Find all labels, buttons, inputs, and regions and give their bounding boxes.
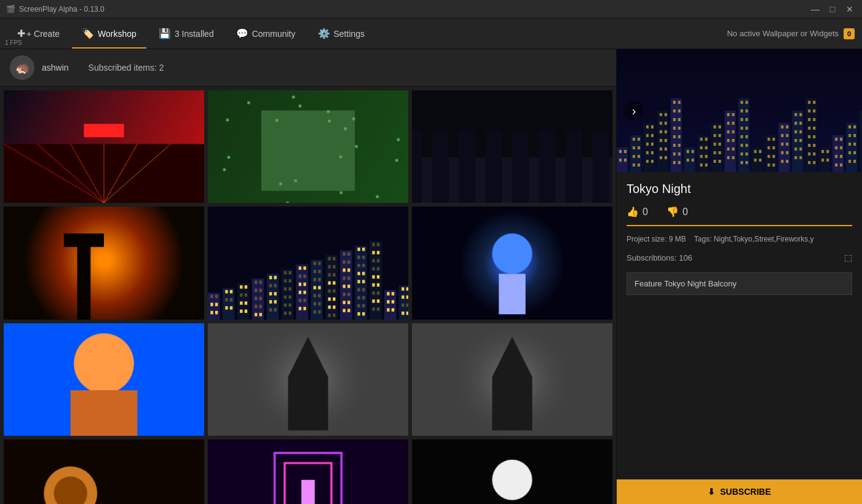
grid-item[interactable] xyxy=(208,207,408,319)
sidebar: › Tokyo Night 👍 0 👎 0 Project size: 9 MB… xyxy=(616,49,862,504)
sidebar-info: Tokyo Night 👍 0 👎 0 Project size: 9 MB T… xyxy=(617,172,862,479)
grid-item[interactable] xyxy=(4,207,204,319)
sidebar-preview: › xyxy=(617,49,862,172)
user-header: 🦔 ashwin Subscribed items: 2 xyxy=(0,49,616,87)
create-label: + Create xyxy=(26,29,60,39)
thumbs-down-icon: 👎 xyxy=(666,206,679,218)
vote-divider xyxy=(627,225,852,226)
title-bar-left: 🎬 ScreenPlay Alpha - 0.13.0 xyxy=(6,5,105,14)
feature-box: Feature Tokyo Night Balcony xyxy=(627,272,852,295)
notification-badge[interactable]: 0 xyxy=(844,28,855,39)
nav-left: ✚ + Create 🏷️ Workshop 💾 3 Installed 💬 C… xyxy=(7,18,374,49)
nav-installed[interactable]: 💾 3 Installed xyxy=(149,18,224,49)
community-icon: 💬 xyxy=(236,28,248,39)
workshop-label: Workshop xyxy=(98,29,136,39)
nav-workshop[interactable]: 🏷️ Workshop xyxy=(72,18,146,49)
grid-item[interactable] xyxy=(412,439,612,504)
wallpaper-title: Tokyo Night xyxy=(627,182,852,196)
like-count: 0 xyxy=(643,207,648,218)
community-label: Community xyxy=(252,29,296,39)
close-button[interactable]: ✕ xyxy=(844,3,856,15)
vote-row: 👍 0 👎 0 xyxy=(627,206,852,218)
nav-settings[interactable]: ⚙️ Settings xyxy=(308,18,375,49)
subscribe-button[interactable]: ⬇ SUBSCRIBE xyxy=(617,479,862,504)
tags: Tags: Night,Tokyo,Street,Fireworks,y xyxy=(694,235,814,243)
dislike-button[interactable]: 👎 0 xyxy=(666,206,688,218)
settings-icon: ⚙️ xyxy=(318,28,330,39)
grid-item[interactable] xyxy=(208,439,408,504)
project-size: Project size: 9 MB xyxy=(627,235,686,243)
grid-item[interactable] xyxy=(412,90,612,203)
content-area: 🦔 ashwin Subscribed items: 2 › Tokyo Nig… xyxy=(0,49,862,504)
dislike-count: 0 xyxy=(682,207,688,218)
grid-item[interactable] xyxy=(208,323,408,436)
subscriptions-count: Subscribtions: 106 xyxy=(627,253,692,262)
nav-community[interactable]: 💬 Community xyxy=(226,18,306,49)
nav-bar: 1 FPS ✚ + Create 🏷️ Workshop 💾 3 Install… xyxy=(0,18,862,49)
grid-item[interactable] xyxy=(208,90,408,203)
subscribed-count: Subscribed items: 2 xyxy=(89,63,164,73)
thumbs-up-icon: 👍 xyxy=(627,206,639,218)
expand-button[interactable]: › xyxy=(624,101,644,120)
title-bar: 🎬 ScreenPlay Alpha - 0.13.0 — □ ✕ xyxy=(0,0,862,18)
settings-label: Settings xyxy=(334,29,365,39)
nav-right: No active Wallpaper or Widgets 0 xyxy=(727,28,855,39)
avatar-emoji: 🦔 xyxy=(15,60,30,75)
subscribe-label: SUBSCRIBE xyxy=(720,487,770,497)
user-avatar: 🦔 xyxy=(10,55,34,80)
main-area: 🦔 ashwin Subscribed items: 2 xyxy=(0,49,616,504)
nav-create[interactable]: ✚ + Create xyxy=(7,18,69,49)
meta-info: Project size: 9 MB Tags: Night,Tokyo,Str… xyxy=(627,234,852,245)
app-icon: 🎬 xyxy=(6,5,15,14)
installed-icon: 💾 xyxy=(159,28,171,39)
user-name: ashwin xyxy=(42,63,69,73)
like-button[interactable]: 👍 0 xyxy=(627,206,648,218)
grid-item[interactable] xyxy=(4,90,204,203)
grid-item[interactable] xyxy=(412,323,612,436)
status-text: No active Wallpaper or Widgets xyxy=(727,29,839,38)
subscriptions-row: Subscribtions: 106 ⬚ xyxy=(627,253,852,262)
installed-label: 3 Installed xyxy=(175,29,214,39)
external-link-icon[interactable]: ⬚ xyxy=(844,253,852,262)
workshop-icon: 🏷️ xyxy=(82,28,94,39)
minimize-button[interactable]: — xyxy=(809,3,821,15)
app-title: ScreenPlay Alpha - 0.13.0 xyxy=(19,5,105,14)
maximize-button[interactable]: □ xyxy=(826,3,839,15)
download-icon: ⬇ xyxy=(708,487,715,497)
title-bar-controls[interactable]: — □ ✕ xyxy=(809,3,856,15)
grid-item[interactable] xyxy=(4,323,204,436)
grid-item[interactable] xyxy=(412,207,612,319)
create-icon: ✚ xyxy=(17,28,25,39)
wallpaper-grid xyxy=(0,87,616,504)
grid-item[interactable] xyxy=(4,439,204,504)
feature-text: Feature Tokyo Night Balcony xyxy=(635,279,737,288)
